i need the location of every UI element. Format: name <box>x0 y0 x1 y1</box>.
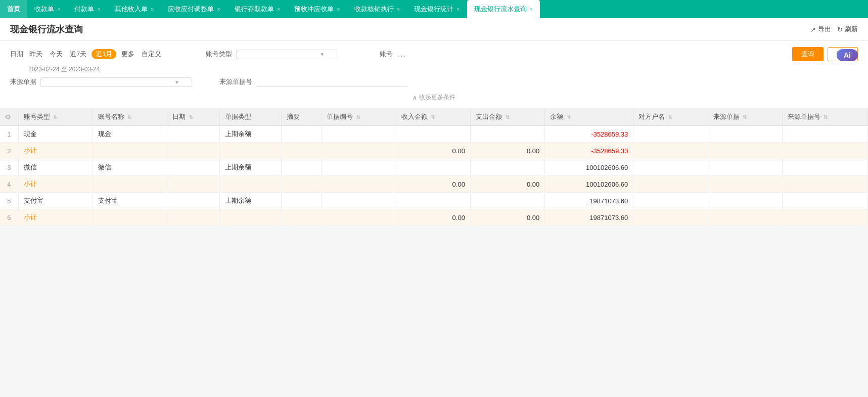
cell-account-type: 微信 <box>18 159 93 176</box>
cell-expense: 0.00 <box>470 143 544 159</box>
sort-doc-no[interactable]: ⇅ <box>356 114 360 120</box>
sort-account-name[interactable]: ⇅ <box>127 114 131 120</box>
cell-source-doc-no <box>782 209 867 226</box>
cell-account-type: 小计 <box>18 176 93 193</box>
date-shortcuts: 昨天 今天 近7天 近1月 更多 自定义 <box>27 49 163 59</box>
cell-summary <box>282 209 322 226</box>
gear-icon[interactable]: ⚙ <box>5 113 11 121</box>
sort-account-type[interactable]: ⇅ <box>53 114 57 120</box>
date-range-display: 2023-02-24 至 2023-03-24 <box>10 65 858 74</box>
date-1month[interactable]: 近1月 <box>92 49 116 59</box>
sort-income[interactable]: ⇅ <box>431 114 435 120</box>
row-num: 6 <box>0 209 18 226</box>
nav-home[interactable]: 首页 <box>0 0 27 18</box>
cell-summary <box>282 193 322 209</box>
cell-doc-no <box>322 193 396 209</box>
nav-stats-close[interactable]: × <box>456 6 460 12</box>
col-account-type: 账号类型 ⇅ <box>18 108 93 126</box>
date-7days[interactable]: 近7天 <box>68 49 88 59</box>
cell-doc-no <box>322 159 396 176</box>
nav-payments[interactable]: 付款单 × <box>67 0 107 18</box>
account-type-label: 账号类型 <box>206 50 232 59</box>
nav-stats-label: 现金银行统计 <box>414 5 453 14</box>
nav-collection-close[interactable]: × <box>397 6 400 12</box>
nav-payments-close[interactable]: × <box>97 6 100 12</box>
source-doc-no-input[interactable] <box>256 77 408 87</box>
nav-receipts-close[interactable]: × <box>57 6 60 12</box>
export-button[interactable]: ↗ 导出 <box>810 25 831 34</box>
sort-date[interactable]: ⇅ <box>189 114 193 120</box>
nav-adjustment-close[interactable]: × <box>217 6 220 12</box>
nav-cashflow[interactable]: 现金银行流水查询 × <box>467 0 540 18</box>
date-today[interactable]: 今天 <box>48 49 65 59</box>
header-actions: ↗ 导出 ↻ 刷新 <box>810 25 858 34</box>
nav-bank-deposit[interactable]: 银行存取款单 × <box>227 0 287 18</box>
account-more-btn[interactable]: ... <box>397 50 406 59</box>
col-gear[interactable]: ⚙ <box>0 108 18 126</box>
row-num: 5 <box>0 193 18 209</box>
cell-income: 0.00 <box>396 143 470 159</box>
nav-collection-label: 收款核销执行 <box>354 5 394 14</box>
sort-source-doc[interactable]: ⇅ <box>743 114 747 120</box>
source-doc-select[interactable]: ▼ <box>40 77 192 87</box>
table-row: 2 小计 0.00 0.00 -3528659.33 <box>0 143 868 159</box>
account-type-select[interactable]: ▼ <box>236 50 337 59</box>
account-type-chevron: ▼ <box>320 52 325 57</box>
nav-prepay-close[interactable]: × <box>337 6 340 12</box>
refresh-label: 刷新 <box>845 25 858 34</box>
cell-income <box>396 159 470 176</box>
table-header-row: ⚙ 账号类型 ⇅ 账号名称 ⇅ 日期 ⇅ 单据类型 摘要 单据编号 ⇅ 收入金额… <box>0 108 868 126</box>
nav-receipts[interactable]: 收款单 × <box>27 0 67 18</box>
cell-income <box>396 193 470 209</box>
cell-balance: -3528659.33 <box>545 126 633 143</box>
cell-date <box>167 126 220 143</box>
top-navigation: 首页 收款单 × 付款单 × 其他收入单 × 应收应付调整单 × 银行存取款单 … <box>0 0 868 18</box>
cell-doc-no <box>322 176 396 193</box>
date-custom[interactable]: 自定义 <box>140 49 163 59</box>
cell-account-name: 支付宝 <box>93 193 167 209</box>
cell-doc-type <box>219 176 282 193</box>
nav-cashflow-close[interactable]: × <box>530 6 533 12</box>
refresh-button[interactable]: ↻ 刷新 <box>837 25 858 34</box>
query-button[interactable]: 查询 <box>792 47 824 61</box>
nav-collection[interactable]: 收款核销执行 × <box>347 0 407 18</box>
nav-adjustment[interactable]: 应收应付调整单 × <box>161 0 227 18</box>
sort-expense[interactable]: ⇅ <box>506 114 510 120</box>
sort-balance[interactable]: ⇅ <box>567 114 571 120</box>
cell-doc-type <box>219 209 282 226</box>
date-yesterday[interactable]: 昨天 <box>27 49 44 59</box>
refresh-icon: ↻ <box>837 26 843 33</box>
cell-counterpart <box>633 176 708 193</box>
source-doc-label: 来源单据 <box>10 77 36 86</box>
cell-doc-no <box>322 209 396 226</box>
cell-source-doc-no <box>782 143 867 159</box>
source-doc-chevron: ▼ <box>174 79 179 85</box>
nav-adjustment-label: 应收应付调整单 <box>168 5 214 14</box>
col-doc-type: 单据类型 <box>219 108 282 126</box>
table-row: 6 小计 0.00 0.00 19871073.60 <box>0 209 868 226</box>
cell-account-type: 支付宝 <box>18 193 93 209</box>
nav-other-income-close[interactable]: × <box>151 6 154 12</box>
date-filter-label: 日期 <box>10 50 23 59</box>
date-range-text: 2023-02-24 至 2023-03-24 <box>28 66 100 73</box>
nav-stats[interactable]: 现金银行统计 × <box>407 0 467 18</box>
cell-balance: 19871073.60 <box>545 193 633 209</box>
sort-counterpart[interactable]: ⇅ <box>668 114 672 120</box>
cell-source-doc <box>708 126 782 143</box>
cell-doc-type: 上期余额 <box>219 193 282 209</box>
date-more[interactable]: 更多 <box>119 49 136 59</box>
cell-date <box>167 159 220 176</box>
nav-bank-deposit-close[interactable]: × <box>277 6 280 12</box>
sort-source-doc-no[interactable]: ⇅ <box>824 114 828 120</box>
cell-counterpart <box>633 143 708 159</box>
cell-balance: 100102606.60 <box>545 159 633 176</box>
collapse-bar[interactable]: ∧ 收起更多条件 <box>10 91 858 104</box>
cell-counterpart <box>633 209 708 226</box>
col-source-doc: 来源单据 ⇅ <box>708 108 782 126</box>
nav-other-income[interactable]: 其他收入单 × <box>108 0 161 18</box>
nav-prepay[interactable]: 预收冲应收单 × <box>287 0 347 18</box>
cell-source-doc-no <box>782 193 867 209</box>
ai-badge[interactable]: Ai <box>837 49 858 61</box>
cell-account-name <box>93 143 167 159</box>
cell-expense: 0.00 <box>470 209 544 226</box>
